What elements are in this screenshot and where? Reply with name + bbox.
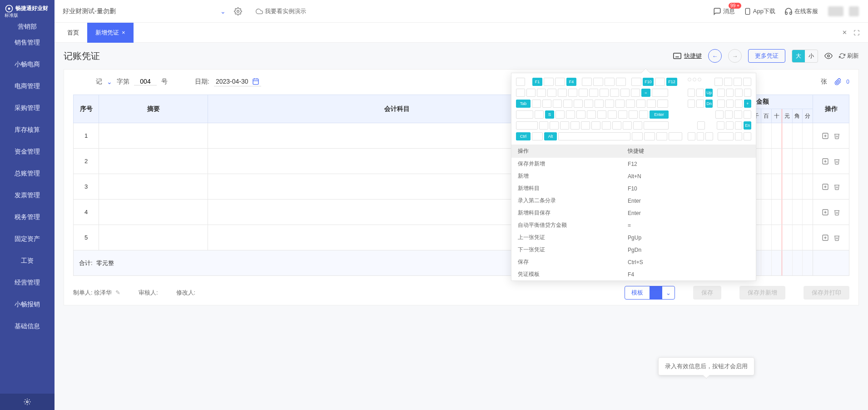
fullscreen-icon[interactable] (853, 30, 860, 36)
col-op: 操作 (813, 95, 849, 123)
view-icon[interactable] (824, 52, 833, 60)
modifier-label: 修改人: (176, 289, 196, 296)
sidebar-item[interactable]: 工资 (0, 250, 55, 272)
add-row-icon[interactable] (822, 209, 829, 216)
shortcut-row: 下一张凭证PgDn (511, 244, 756, 256)
demo-link[interactable]: 我要看实例演示 (256, 7, 306, 15)
svg-point-5 (26, 401, 28, 403)
delete-row-icon[interactable] (833, 234, 840, 241)
template-button[interactable]: 模板 ⌄ (625, 286, 675, 300)
sidebar-item[interactable]: 税务管理 (0, 206, 55, 228)
add-row-icon[interactable] (822, 158, 829, 165)
save-new-button: 保存并新增 (739, 286, 785, 300)
headset-icon (784, 7, 793, 15)
phone-icon (744, 7, 751, 15)
delete-row-icon[interactable] (833, 209, 840, 216)
gear-icon (24, 398, 31, 405)
sidebar-item[interactable]: 经营管理 (0, 272, 55, 294)
sidebar-item[interactable]: 采购管理 (0, 97, 55, 119)
shortcut-row: 上一张凭证PgUp (511, 231, 756, 244)
settings-icon[interactable] (234, 7, 242, 15)
maker-label: 制单人: (73, 289, 93, 296)
avatar-2[interactable] (849, 6, 859, 16)
card-footer: 制单人: 徐泽华 ✎ 审核人: 修改人: 模板 ⌄ 保存 保存并新增 保存并打印 (73, 286, 849, 300)
sidebar-item[interactable]: 小畅报销 (0, 294, 55, 315)
summary-cell[interactable] (99, 123, 208, 149)
edit-icon[interactable]: ✎ (115, 289, 120, 296)
sidebar-item[interactable]: 营销部 (0, 23, 55, 32)
sidebar-item[interactable]: 发票管理 (0, 185, 55, 206)
sidebar-item[interactable]: 总账管理 (0, 163, 55, 185)
prev-voucher-button[interactable]: ← (708, 49, 722, 63)
customer-service-button[interactable]: 在线客服 (784, 7, 818, 15)
brand-block: 畅捷通好业财 标准版 (0, 0, 55, 23)
chevron-down-icon[interactable]: ⌄ (662, 290, 675, 296)
sidebar-item[interactable]: 库存核算 (0, 119, 55, 141)
sidebar-item[interactable]: 固定资产 (0, 228, 55, 250)
more-vouchers-button[interactable]: 更多凭证 (748, 49, 785, 63)
shortcut-row: 凭证模板F4 (511, 268, 756, 280)
attachment-count: 0 (846, 79, 849, 85)
calendar-icon (252, 78, 259, 85)
add-row-icon[interactable] (822, 183, 829, 190)
app-download-button[interactable]: App下载 (744, 7, 775, 15)
sidebar-item[interactable]: 销售管理 (0, 32, 55, 54)
sidebar-item[interactable]: 电商管理 (0, 75, 55, 97)
shortcut-popup: F1 F4 F10 F12 = (511, 73, 756, 281)
voucher-number-input[interactable] (134, 78, 157, 85)
op-cell (813, 174, 849, 200)
sheet-label: 张 (821, 78, 827, 86)
shortcut-row: 保存并新增F12 (511, 158, 756, 170)
shortcut-key-button[interactable]: 快捷键 (673, 52, 702, 60)
total-label: 合计: (79, 259, 93, 267)
attachment-icon[interactable] (834, 78, 842, 85)
prefix-label[interactable]: 记 (96, 78, 102, 86)
row-index: 5 (74, 225, 99, 250)
tab-new-voucher[interactable]: 新增凭证 × (87, 23, 134, 43)
add-row-icon[interactable] (822, 132, 829, 140)
sidebar-item[interactable]: 资金管理 (0, 141, 55, 163)
refresh-button[interactable]: 刷新 (839, 52, 859, 60)
date-label: 日期: (195, 78, 209, 86)
svg-rect-3 (745, 8, 749, 14)
env-name: 好业财测试-量勿删 (63, 7, 116, 15)
sidebar-item[interactable]: 基础信息 (0, 315, 55, 337)
date-picker[interactable]: 2023-04-30 (214, 77, 261, 86)
tab-bar: 首页 新增凭证 × ✕ (55, 23, 868, 43)
delete-row-icon[interactable] (833, 183, 840, 190)
svg-rect-6 (674, 53, 681, 59)
next-voucher-button[interactable]: → (728, 49, 742, 63)
summary-cell[interactable] (99, 174, 208, 200)
shortcut-row: 新增科目F10 (511, 182, 756, 195)
size-small[interactable]: 小 (805, 50, 818, 62)
customer-service-label: 在线客服 (794, 7, 818, 15)
add-row-icon[interactable] (822, 234, 829, 241)
close-all-icon[interactable]: ✕ (842, 29, 847, 36)
row-index: 2 (74, 149, 99, 174)
delete-row-icon[interactable] (833, 158, 840, 165)
demo-link-text: 我要看实例演示 (265, 7, 306, 15)
svg-rect-13 (253, 79, 258, 85)
row-index: 3 (74, 174, 99, 200)
chevron-down-icon[interactable]: ⌄ (107, 78, 112, 85)
summary-cell[interactable] (99, 149, 208, 174)
tab-home[interactable]: 首页 (59, 23, 87, 43)
delete-row-icon[interactable] (833, 132, 840, 140)
total-text: 零元整 (96, 259, 114, 267)
refresh-icon (839, 53, 845, 59)
size-large[interactable]: 大 (792, 50, 805, 62)
op-cell (813, 123, 849, 149)
close-icon[interactable]: × (122, 29, 125, 36)
avatar[interactable] (828, 6, 843, 16)
maker-name: 徐泽华 (94, 289, 112, 296)
page-title: 记账凭证 (64, 50, 100, 62)
sidebar-item[interactable]: 小畅电商 (0, 54, 55, 75)
sidebar-settings[interactable] (0, 394, 55, 410)
messages-button[interactable]: 消息 99 + (713, 7, 735, 15)
summary-cell[interactable] (99, 200, 208, 225)
summary-cell[interactable] (99, 225, 208, 250)
disabled-tooltip: 录入有效信息后，按钮才会启用 (658, 357, 754, 375)
auditor-label: 审核人: (139, 289, 158, 296)
message-icon (713, 7, 721, 15)
env-selector[interactable]: 好业财测试-量勿删 ⌄ (63, 7, 226, 15)
